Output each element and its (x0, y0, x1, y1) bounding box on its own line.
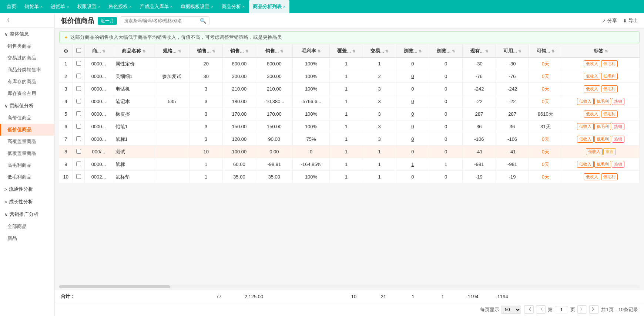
col-current-stock[interactable]: 现有... ⇅ (463, 45, 496, 58)
row-checkbox[interactable] (73, 58, 84, 70)
col-code[interactable]: 商... ⇅ (84, 45, 113, 58)
sidebar-item-low-coverage[interactable]: 低覆盖量商品 (0, 147, 54, 159)
col-available[interactable]: 可用... ⇅ (496, 45, 529, 58)
export-button[interactable]: ⬇ 导出 (623, 17, 638, 24)
row-browse1[interactable]: 0 (396, 120, 429, 133)
col-profit-rate[interactable]: 毛利率 ⇅ (292, 45, 329, 58)
row-checkbox[interactable] (73, 146, 84, 158)
row-checkbox[interactable] (73, 120, 84, 133)
row-checkbox-input[interactable] (76, 111, 81, 116)
row-browse1[interactable]: 0 (396, 108, 429, 120)
nav-product-analysis[interactable]: 商品分析 × (218, 0, 248, 13)
row-checkbox-input[interactable] (76, 124, 81, 129)
sidebar-item-sales-products[interactable]: 销售类商品 (0, 40, 54, 52)
last-page-button[interactable]: 》 (589, 305, 599, 314)
nav-home[interactable]: 首页 (3, 0, 20, 13)
sidebar-item-low-profit[interactable]: 低毛利商品 (0, 171, 54, 183)
col-sale2[interactable]: 销售... ⇅ (223, 45, 256, 58)
row-browse1[interactable]: 1 (396, 158, 429, 171)
sidebar-collapse-btn[interactable]: 《 (3, 16, 11, 25)
sidebar-group-marketing[interactable]: ∨ 营销推广分析 (0, 208, 54, 221)
row-browse1[interactable]: 0 (396, 133, 429, 146)
page-number-input[interactable] (555, 306, 568, 313)
row-checkbox-input[interactable] (76, 174, 81, 179)
row-checkbox-input[interactable] (76, 86, 81, 91)
close-icon[interactable]: × (129, 4, 131, 9)
sidebar-item-high-coverage[interactable]: 高覆盖量商品 (0, 136, 54, 147)
close-icon[interactable]: × (211, 4, 213, 9)
col-spec[interactable]: 规格... ⇅ (154, 45, 189, 58)
close-icon[interactable]: × (242, 4, 245, 9)
row-checkbox[interactable] (73, 83, 84, 95)
share-button[interactable]: ↗ 分享 (602, 17, 617, 24)
sidebar-group-contribution[interactable]: ∨ 贡献值分析 (0, 99, 54, 112)
row-checkbox-input[interactable] (76, 99, 81, 103)
col-checkbox[interactable] (73, 45, 84, 58)
row-checkbox-input[interactable] (76, 74, 81, 78)
col-tags[interactable]: 标签 ⇅ (562, 45, 640, 58)
first-page-button[interactable]: 《 (524, 305, 534, 314)
row-checkbox-input[interactable] (76, 61, 81, 66)
row-checkbox[interactable] (73, 171, 84, 183)
row-checkbox[interactable] (73, 133, 84, 146)
sidebar-group-growth[interactable]: > 成长性分析 (0, 196, 54, 208)
sidebar-item-high-profit[interactable]: 高毛利商品 (0, 159, 54, 171)
row-browse1[interactable]: 0 (396, 171, 429, 183)
row-profit-rate: -164.85% (292, 158, 329, 171)
table-container[interactable]: ⚙ 商... ⇅ 商品名称 ⇅ 规格... ⇅ 销售... ⇅ 销售... ⇅ … (59, 45, 640, 285)
row-checkbox[interactable] (73, 70, 84, 83)
sidebar-item-stock-capital[interactable]: 库存资金占用 (0, 88, 54, 99)
nav-role-auth[interactable]: 角色授权 × (105, 0, 135, 13)
select-all-checkbox[interactable] (76, 48, 81, 53)
row-checkbox-input[interactable] (76, 149, 81, 154)
col-name[interactable]: 商品名称 ⇅ (113, 45, 154, 58)
sidebar-group-overall[interactable]: ∨ 整体信息 (0, 28, 54, 40)
sidebar-item-low-value[interactable]: 低价值商品 (0, 124, 54, 136)
sidebar-item-high-value[interactable]: 高价值商品 (0, 112, 54, 124)
col-browse1[interactable]: 浏览... ⇅ (396, 45, 429, 58)
col-saleable[interactable]: 可销... ⇅ (529, 45, 562, 58)
row-checkbox-input[interactable] (76, 136, 81, 141)
prev-page-button[interactable]: 〈 (536, 305, 546, 314)
row-checkbox[interactable] (73, 95, 84, 108)
row-checkbox[interactable] (73, 158, 84, 171)
nav-permission[interactable]: 权限设置 × (74, 0, 104, 13)
col-sale1[interactable]: 销售... ⇅ (189, 45, 223, 58)
nav-sales-order[interactable]: 销货单 × (21, 0, 46, 13)
nav-purchase-order[interactable]: 进货单 × (47, 0, 73, 13)
next-page-button[interactable]: 〉 (577, 305, 587, 314)
row-browse1[interactable]: 0 (396, 70, 429, 83)
col-settings[interactable]: ⚙ (59, 45, 73, 58)
nav-product-analysis-list[interactable]: 商品分析列表 × (249, 0, 289, 13)
row-checkbox-input[interactable] (76, 162, 81, 166)
row-checkbox[interactable] (73, 108, 84, 120)
nav-template[interactable]: 单据模板设置 × (177, 0, 217, 13)
close-icon[interactable]: × (170, 4, 172, 9)
nav-product-storage[interactable]: 产成品入库单 × (136, 0, 176, 13)
col-browse2[interactable]: 浏览... ⇅ (429, 45, 463, 58)
search-box[interactable]: 🔍 (121, 16, 209, 25)
sidebar-group-flow[interactable]: > 流通性分析 (0, 183, 54, 196)
row-browse1[interactable]: 0 (396, 146, 429, 158)
sidebar-item-new-products[interactable]: 新品 (0, 232, 54, 244)
row-browse1[interactable]: 0 (396, 58, 429, 70)
sidebar-item-stock-products[interactable]: 有库存的商品 (0, 76, 54, 88)
search-icon[interactable]: 🔍 (200, 18, 206, 24)
scrollbar-thumb[interactable] (59, 285, 170, 288)
search-input[interactable] (124, 18, 198, 23)
row-browse1[interactable]: 0 (396, 83, 429, 95)
close-icon[interactable]: × (283, 4, 285, 9)
filter-tag[interactable]: 近一月 (98, 17, 117, 25)
row-browse1[interactable]: 0 (396, 95, 429, 108)
sidebar-item-category-rate[interactable]: 商品分类销售率 (0, 64, 54, 76)
sidebar-item-traded-products[interactable]: 交易过的商品 (0, 52, 54, 64)
page-size-select[interactable]: 50 100 200 (501, 306, 521, 314)
col-sale3[interactable]: 销售... ⇅ (256, 45, 292, 58)
col-coverage[interactable]: 覆盖... ⇅ (330, 45, 363, 58)
col-trade[interactable]: 交易... ⇅ (363, 45, 396, 58)
close-icon[interactable]: × (40, 4, 43, 9)
table-scrollbar[interactable] (59, 285, 640, 288)
close-icon[interactable]: × (98, 4, 100, 9)
sidebar-item-all-products[interactable]: 全部商品 (0, 221, 54, 232)
close-icon[interactable]: × (67, 4, 69, 9)
